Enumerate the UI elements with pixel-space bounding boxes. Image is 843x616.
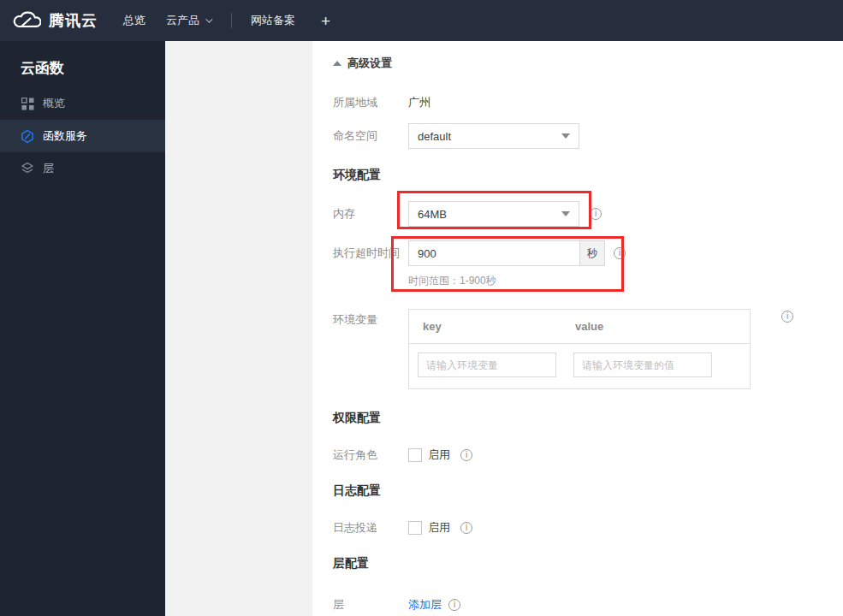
env-vars-inputs — [409, 344, 750, 388]
sidebar: 云函数 概览 — [0, 41, 165, 616]
sidebar-item-function-service[interactable]: 函数服务 — [0, 120, 165, 152]
run-role-label: 运行角色 — [333, 447, 408, 463]
run-role-checkbox[interactable] — [408, 448, 422, 462]
section-layer-config: 层配置 — [333, 556, 843, 572]
add-layer-link[interactable]: 添加层 — [408, 597, 442, 613]
timeout-info-icon[interactable]: i — [614, 247, 626, 259]
namespace-row: 命名空间 default — [333, 123, 843, 149]
section-env-config: 环境配置 — [333, 168, 843, 183]
advanced-settings-label: 高级设置 — [347, 56, 392, 71]
timeout-row: 执行超时时间 秒 i 时间范围：1-900秒 — [333, 240, 843, 287]
timeout-input-group: 秒 — [408, 240, 605, 266]
namespace-selected-value: default — [418, 130, 561, 143]
run-role-row: 运行角色 启用 i — [333, 447, 843, 463]
grid-icon — [21, 97, 34, 110]
namespace-label: 命名空间 — [333, 128, 408, 144]
sidebar-item-label: 概览 — [43, 96, 65, 111]
sidebar-item-label: 函数服务 — [43, 128, 87, 144]
nav-overview[interactable]: 总览 — [123, 13, 145, 28]
layer-label: 层 — [333, 597, 408, 613]
run-role-info-icon[interactable]: i — [460, 449, 472, 461]
env-vars-row: 环境变量 key value i — [333, 309, 843, 389]
chevron-down-icon — [205, 15, 212, 22]
memory-select[interactable]: 64MB — [408, 201, 579, 227]
brand-name: 腾讯云 — [49, 10, 98, 31]
section-log-config: 日志配置 — [333, 483, 843, 499]
region-value: 广州 — [408, 95, 430, 110]
advanced-settings-toggle[interactable]: 高级设置 — [333, 56, 843, 70]
timeout-control: 秒 i 时间范围：1-900秒 — [408, 240, 626, 287]
layers-icon — [21, 162, 34, 175]
memory-label: 内存 — [333, 206, 408, 222]
log-delivery-enable-label: 启用 — [428, 520, 450, 536]
tencent-cloud-logo[interactable]: 腾讯云 — [12, 9, 98, 32]
timeout-label: 执行超时时间 — [333, 240, 408, 266]
nav-cloud-products-label: 云产品 — [166, 13, 199, 28]
sidebar-item-label: 层 — [43, 161, 54, 176]
nav-divider — [231, 13, 232, 28]
timeout-hint: 时间范围：1-900秒 — [408, 274, 626, 287]
timeout-input[interactable] — [409, 241, 579, 265]
nav-icp[interactable]: 网站备案 — [251, 13, 295, 28]
memory-info-icon[interactable]: i — [590, 208, 602, 220]
log-delivery-label: 日志投递 — [333, 520, 408, 536]
dropdown-arrow-icon — [561, 133, 570, 139]
env-value-input[interactable] — [573, 352, 712, 377]
env-vars-info-icon[interactable]: i — [781, 311, 793, 323]
sidebar-item-overview[interactable]: 概览 — [0, 87, 165, 120]
log-delivery-checkbox[interactable] — [408, 521, 422, 535]
main-content: 高级设置 所属地域 广州 命名空间 default 环境配置 内存 64MB i… — [312, 41, 843, 616]
function-hexagon-icon — [21, 129, 34, 143]
layer-info-icon[interactable]: i — [448, 599, 460, 611]
env-vars-table: key value — [408, 309, 751, 389]
region-label: 所属地域 — [333, 95, 408, 110]
env-vars-header: key value — [409, 310, 750, 344]
memory-row: 内存 64MB i — [333, 201, 843, 227]
log-delivery-info-icon[interactable]: i — [460, 522, 472, 534]
memory-selected-value: 64MB — [418, 208, 561, 221]
region-row: 所属地域 广州 — [333, 95, 843, 110]
log-delivery-row: 日志投递 启用 i — [333, 520, 843, 536]
timeout-unit: 秒 — [579, 241, 604, 265]
layer-row: 层 添加层 i — [333, 597, 843, 613]
section-permission-config: 权限配置 — [333, 411, 843, 426]
nav-cloud-products[interactable]: 云产品 — [166, 13, 211, 28]
cloud-logo-icon — [12, 9, 41, 32]
nav-add-tab-button[interactable]: + — [321, 13, 330, 29]
env-key-header: key — [423, 320, 575, 333]
sidebar-title: 云函数 — [21, 58, 165, 77]
top-nav: 腾讯云 总览 云产品 网站备案 + — [0, 0, 843, 41]
env-value-header: value — [575, 320, 603, 333]
sidebar-item-layers[interactable]: 层 — [0, 152, 165, 185]
dropdown-arrow-icon — [561, 211, 570, 216]
run-role-enable-label: 启用 — [428, 447, 450, 463]
namespace-select[interactable]: default — [408, 123, 579, 149]
env-vars-label: 环境变量 — [333, 312, 408, 328]
collapse-triangle-icon — [333, 61, 341, 66]
env-key-input[interactable] — [418, 352, 556, 377]
secondary-panel — [165, 41, 312, 616]
